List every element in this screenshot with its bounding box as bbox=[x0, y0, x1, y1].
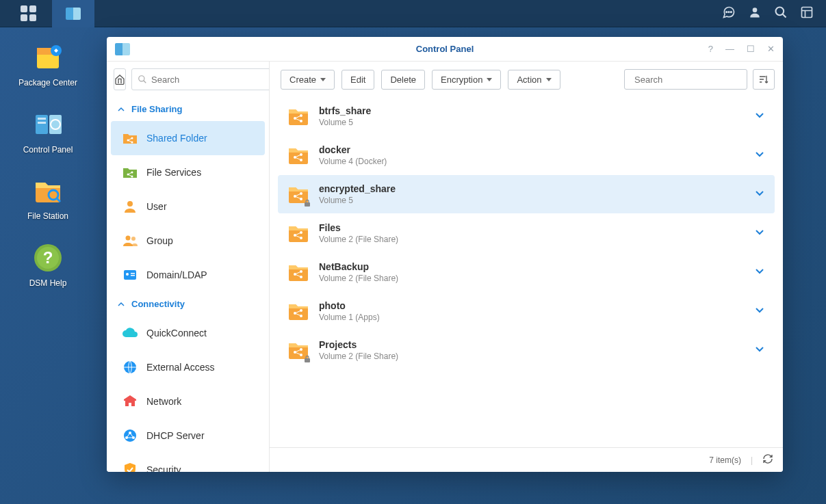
nav-item-group[interactable]: Group bbox=[111, 224, 265, 258]
svg-point-4 bbox=[776, 7, 784, 15]
svg-point-3 bbox=[753, 8, 758, 12]
shared-folder-row[interactable]: Files Volume 2 (File Share) bbox=[278, 214, 775, 252]
nav-item-dhcp-server[interactable]: DHCP Server bbox=[111, 419, 265, 453]
folder-name: encrypted_share bbox=[319, 183, 745, 194]
nav-label: Group bbox=[146, 235, 173, 246]
maximize-button[interactable]: ☐ bbox=[747, 44, 755, 54]
shared-folder-row[interactable]: photo Volume 1 (Apps) bbox=[278, 292, 775, 330]
row-text: NetBackup Volume 2 (File Share) bbox=[319, 261, 745, 283]
desktop-icon-dsm-help[interactable]: ?DSM Help bbox=[14, 241, 82, 289]
taskbar-left bbox=[7, 0, 94, 27]
toolbar-right bbox=[624, 69, 775, 90]
nav-item-network[interactable]: Network bbox=[111, 384, 265, 419]
refresh-button[interactable] bbox=[762, 453, 773, 466]
create-button[interactable]: Create bbox=[281, 70, 335, 90]
app-icon bbox=[31, 41, 64, 74]
svg-rect-59 bbox=[305, 358, 310, 362]
folder-name: btrfs_share bbox=[319, 105, 745, 116]
svg-point-33 bbox=[124, 429, 136, 442]
shared-folder-icon bbox=[287, 146, 309, 165]
desktop-icons: Package CenterControl PanelFile Station?… bbox=[14, 41, 82, 289]
home-button[interactable] bbox=[114, 68, 126, 90]
widget-icon[interactable] bbox=[800, 5, 814, 22]
shared-folder-row[interactable]: btrfs_share Volume 5 bbox=[278, 97, 775, 135]
nav-label: Domain/LDAP bbox=[146, 269, 207, 280]
svg-rect-31 bbox=[131, 275, 135, 276]
search-icon[interactable] bbox=[774, 5, 788, 22]
expand-chevron[interactable] bbox=[754, 343, 765, 357]
svg-point-26 bbox=[126, 236, 131, 241]
edit-button[interactable]: Edit bbox=[341, 70, 374, 90]
nav-item-external-access[interactable]: External Access bbox=[111, 350, 265, 384]
folder-volume: Volume 5 bbox=[319, 118, 745, 127]
desktop-icon-file-station[interactable]: File Station bbox=[14, 174, 82, 222]
shared-folder-icon bbox=[287, 185, 309, 204]
shared-folder-row[interactable]: encrypted_share Volume 5 bbox=[278, 175, 775, 213]
svg-rect-46 bbox=[305, 202, 310, 207]
app-label: DSM Help bbox=[29, 278, 67, 289]
group-icon bbox=[122, 233, 138, 249]
expand-chevron[interactable] bbox=[754, 148, 765, 162]
main-menu-button[interactable] bbox=[7, 0, 49, 27]
nav-label: Shared Folder bbox=[146, 133, 207, 144]
expand-chevron[interactable] bbox=[754, 109, 765, 123]
svg-point-29 bbox=[126, 273, 129, 276]
main-search[interactable] bbox=[624, 69, 747, 90]
network-icon bbox=[122, 393, 138, 410]
nav-item-user[interactable]: User bbox=[111, 189, 265, 224]
row-text: btrfs_share Volume 5 bbox=[319, 105, 745, 127]
expand-chevron[interactable] bbox=[754, 265, 765, 279]
main-panel: Create Edit Delete Encryption Action bbox=[270, 62, 783, 472]
nav-item-security[interactable]: Security bbox=[111, 453, 265, 472]
nav-item-file-services[interactable]: File Services bbox=[111, 155, 265, 189]
svg-rect-12 bbox=[38, 122, 46, 124]
chat-icon[interactable] bbox=[722, 5, 736, 22]
sort-button[interactable] bbox=[753, 69, 775, 90]
chevron-down-icon bbox=[754, 187, 765, 198]
desktop-icon-control-panel[interactable]: Control Panel bbox=[14, 108, 82, 156]
folder-volume: Volume 4 (Docker) bbox=[319, 157, 745, 166]
taskbar-right bbox=[722, 5, 819, 22]
chevron-down-icon bbox=[754, 226, 765, 237]
row-text: encrypted_share Volume 5 bbox=[319, 183, 745, 205]
sidebar-search[interactable] bbox=[131, 68, 270, 90]
folder-name: Files bbox=[319, 222, 745, 233]
svg-point-0 bbox=[726, 11, 727, 12]
desktop-icon-package-center[interactable]: Package Center bbox=[14, 41, 82, 89]
shared-folder-row[interactable]: Projects Volume 2 (File Share) bbox=[278, 331, 775, 369]
nav-item-shared-folder[interactable]: Shared Folder bbox=[111, 121, 265, 155]
action-button[interactable]: Action bbox=[508, 70, 560, 90]
shared-folder-row[interactable]: NetBackup Volume 2 (File Share) bbox=[278, 253, 775, 291]
section-header-connectivity[interactable]: Connectivity bbox=[107, 292, 269, 316]
encryption-button[interactable]: Encryption bbox=[432, 70, 501, 90]
expand-chevron[interactable] bbox=[754, 304, 765, 318]
svg-point-2 bbox=[731, 11, 732, 12]
dhcp-icon bbox=[122, 427, 138, 444]
close-button[interactable]: ✕ bbox=[767, 44, 775, 54]
chevron-up-icon bbox=[118, 301, 125, 308]
folder-name: NetBackup bbox=[319, 261, 745, 272]
sort-icon bbox=[758, 74, 769, 85]
sidebar-top bbox=[107, 62, 269, 97]
app-label: Package Center bbox=[18, 78, 77, 89]
user-icon[interactable] bbox=[748, 5, 762, 22]
control-panel-window: Control Panel ? — ☐ ✕ File SharingShared… bbox=[107, 37, 783, 472]
folder-volume: Volume 2 (File Share) bbox=[319, 274, 745, 283]
expand-chevron[interactable] bbox=[754, 226, 765, 240]
nav-label: DHCP Server bbox=[146, 430, 205, 441]
chevron-down-icon bbox=[487, 78, 492, 81]
expand-chevron[interactable] bbox=[754, 187, 765, 201]
help-button[interactable]: ? bbox=[708, 44, 713, 54]
lock-icon bbox=[303, 354, 311, 362]
control-panel-icon bbox=[66, 8, 81, 20]
main-search-input[interactable] bbox=[634, 75, 749, 85]
minimize-button[interactable]: — bbox=[725, 44, 734, 54]
shared-folder-list: btrfs_share Volume 5 docker Volume 4 (Do… bbox=[270, 97, 783, 447]
section-header-file-sharing[interactable]: File Sharing bbox=[107, 97, 269, 121]
taskbar-control-panel[interactable] bbox=[52, 0, 94, 27]
shared-folder-row[interactable]: docker Volume 4 (Docker) bbox=[278, 136, 775, 174]
delete-button[interactable]: Delete bbox=[381, 70, 425, 90]
nav-item-quickconnect[interactable]: QuickConnect bbox=[111, 316, 265, 350]
nav-item-domain-ldap[interactable]: Domain/LDAP bbox=[111, 258, 265, 292]
sidebar-search-input[interactable] bbox=[151, 75, 266, 85]
